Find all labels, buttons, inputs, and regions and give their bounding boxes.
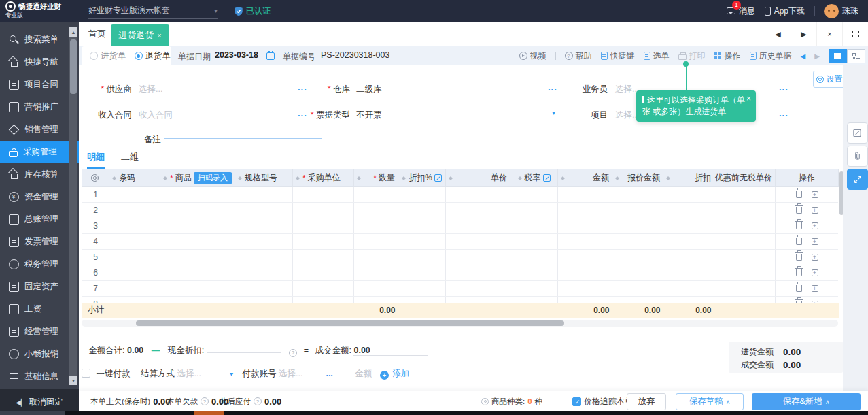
grid-cell[interactable] <box>293 218 354 234</box>
grid-cell[interactable] <box>160 265 235 281</box>
grid-cell[interactable] <box>160 250 235 265</box>
sidebar-item[interactable]: 销售管理 <box>0 118 79 141</box>
delete-row-icon[interactable] <box>796 254 802 261</box>
help-circle-icon[interactable]: ? <box>254 397 262 405</box>
prev-doc-icon[interactable]: ◀ <box>801 52 806 60</box>
tooltip-close-icon[interactable]: × <box>746 93 751 105</box>
col-规格型号[interactable]: 规格型号 <box>235 169 293 187</box>
grid-cell[interactable] <box>235 250 293 265</box>
copy-row-icon[interactable] <box>812 285 818 292</box>
copy-row-icon[interactable] <box>812 254 818 261</box>
add-payment-icon[interactable]: + <box>380 371 389 380</box>
bill-type-chevron-icon[interactable]: ▾ <box>552 109 555 116</box>
grid-cell[interactable] <box>354 218 398 234</box>
grid-cell[interactable] <box>446 281 510 297</box>
grid-cell[interactable] <box>446 187 510 203</box>
date-value[interactable]: 2023-03-18 <box>215 50 258 60</box>
sort-icon[interactable] <box>666 174 670 182</box>
sort-icon[interactable] <box>615 174 619 182</box>
grid-cell[interactable] <box>510 265 558 281</box>
print-button[interactable]: 打印 <box>678 50 706 62</box>
sidebar-item[interactable]: 发票管理 <box>0 231 79 253</box>
hscroll-thumb[interactable] <box>136 320 564 326</box>
tab-scroll-right-icon[interactable]: ▶ <box>791 22 816 46</box>
grid-cell[interactable] <box>235 218 293 234</box>
grid-cell[interactable] <box>558 234 612 250</box>
grid-cell[interactable] <box>235 234 293 250</box>
delete-row-icon[interactable] <box>796 222 802 229</box>
grid-cell[interactable] <box>612 187 663 203</box>
grid-cell[interactable] <box>109 203 160 218</box>
pay-account-picker-icon[interactable]: ... <box>326 369 332 378</box>
grid-cell[interactable] <box>558 281 612 297</box>
grid-cell[interactable] <box>446 218 510 234</box>
next-doc-icon[interactable]: ▶ <box>814 52 820 60</box>
save-draft-button[interactable]: 保存草稿 ∧ <box>676 393 744 410</box>
grid-cell[interactable] <box>714 218 776 234</box>
sidebar-item[interactable]: 工资 <box>0 298 79 320</box>
grid-cell[interactable] <box>558 297 612 303</box>
pay-amount-input[interactable]: 金额 <box>341 368 372 380</box>
grid-cell[interactable] <box>663 265 714 281</box>
sidebar-item[interactable]: 项目合同 <box>0 73 79 96</box>
grid-cell[interactable] <box>235 265 293 281</box>
grid-cell[interactable] <box>354 250 398 265</box>
tab-scroll-left-icon[interactable]: ◀ <box>765 22 791 46</box>
grid-cell[interactable] <box>235 281 293 297</box>
scroll-down-icon[interactable]: ▼ <box>69 376 77 385</box>
sort-icon[interactable] <box>561 174 565 182</box>
grid-cell[interactable] <box>663 234 714 250</box>
sidebar-item[interactable]: 资金管理 <box>0 186 79 208</box>
grid-cell[interactable] <box>354 281 398 297</box>
edit-column-icon[interactable] <box>434 174 442 182</box>
grid-cell[interactable] <box>663 281 714 297</box>
grid-cell[interactable] <box>160 187 235 203</box>
grid-cell[interactable] <box>612 297 663 303</box>
grid-cell[interactable] <box>160 203 235 218</box>
supplier-picker-icon[interactable]: ... <box>298 82 307 93</box>
messages-button[interactable]: 消息 1 <box>727 5 755 17</box>
grid-cell[interactable] <box>558 250 612 265</box>
grid-cell[interactable] <box>558 265 612 281</box>
grid-cell[interactable] <box>354 187 398 203</box>
grid-cell[interactable] <box>293 297 354 303</box>
grid-cell[interactable] <box>446 234 510 250</box>
user-menu[interactable]: 珠珠 <box>824 4 858 18</box>
settle-method-select[interactable]: 选择... <box>177 368 237 380</box>
sidebar-item[interactable]: 搜索菜单 <box>0 29 79 51</box>
sidebar-item[interactable]: 快捷导航 <box>0 51 79 73</box>
grid-cell[interactable] <box>714 234 776 250</box>
history-button[interactable]: 历史单据 <box>750 50 792 62</box>
help-circle-icon[interactable]: ? <box>289 349 297 357</box>
grid-cell[interactable] <box>293 265 354 281</box>
grid-cell[interactable] <box>293 281 354 297</box>
col-settings[interactable] <box>82 169 109 187</box>
grid-cell[interactable] <box>235 187 293 203</box>
col-采购单位[interactable]: *采购单位 <box>293 169 354 187</box>
grid-cell[interactable] <box>398 250 446 265</box>
delete-row-icon[interactable] <box>796 238 802 245</box>
warehouse-picker-icon[interactable]: ... <box>548 82 557 93</box>
grid-cell[interactable] <box>612 265 663 281</box>
grid-cell[interactable] <box>160 281 235 297</box>
close-all-tabs-icon[interactable]: × <box>816 22 842 46</box>
delete-row-icon[interactable] <box>796 285 802 292</box>
account-set-selector[interactable]: 好业财专业版演示帐套 ▾ <box>88 3 218 19</box>
grid-cell[interactable] <box>510 234 558 250</box>
col-单价[interactable]: 单价 <box>446 169 510 187</box>
pick-order-button[interactable]: 选单 <box>644 50 670 62</box>
copy-row-icon[interactable] <box>812 207 818 214</box>
grid-cell[interactable] <box>160 297 235 303</box>
grid-cell[interactable] <box>510 218 558 234</box>
sidebar-item[interactable]: 营销推广 <box>0 96 79 118</box>
sidebar-scrollbar[interactable]: ▲ ▼ <box>69 27 77 385</box>
settle-method-chevron-icon[interactable]: ▾ <box>230 370 233 378</box>
grid-cell[interactable] <box>354 203 398 218</box>
delete-row-icon[interactable] <box>796 207 802 214</box>
salesman-field[interactable] <box>613 73 791 88</box>
radio-purchase-order[interactable]: 进货单 <box>90 50 126 62</box>
app-download-button[interactable]: App下载 <box>765 5 805 17</box>
grid-cell[interactable] <box>663 218 714 234</box>
warehouse-field[interactable] <box>354 73 565 88</box>
grid-cell[interactable] <box>446 250 510 265</box>
